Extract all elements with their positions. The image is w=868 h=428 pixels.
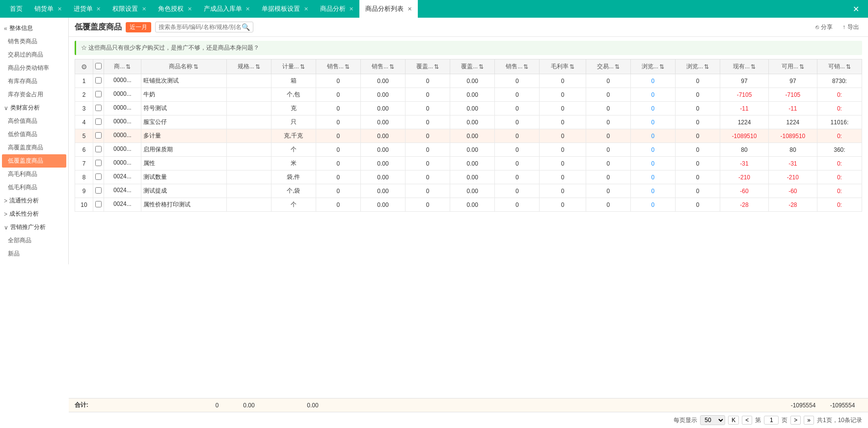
sidebar-item-low-profit[interactable]: 低毛利商品 (0, 181, 68, 194)
nav-template[interactable]: 单据模板设置 ✕ (256, 0, 314, 18)
nav-home[interactable]: 首页 (4, 0, 28, 18)
table-wrapper[interactable]: ⚙ 商... ⇅ 商品名称 ⇅ 规格... ⇅ 计量... ⇅ 销售... ⇅ … (69, 59, 868, 398)
row-checkbox[interactable] (93, 102, 104, 115)
sidebar-group-wealth[interactable]: ∨ 类财富分析 (0, 101, 68, 114)
col-sales1[interactable]: 销售... ⇅ (316, 59, 360, 74)
col-sales3[interactable]: 销售... ⇅ (495, 59, 540, 74)
sidebar-item-high-coverage[interactable]: 高覆盖度商品 (0, 141, 68, 154)
row-checkbox[interactable] (93, 115, 104, 129)
row-checkbox[interactable] (93, 88, 104, 102)
row-num: 1 (75, 74, 93, 88)
nav-sales[interactable]: 销货单 ✕ (28, 0, 68, 18)
row-checkbox[interactable] (93, 157, 104, 171)
col-coverage1[interactable]: 覆盖... ⇅ (406, 59, 450, 74)
row-ll1[interactable]: 0 (630, 198, 675, 212)
row-checkbox[interactable] (93, 129, 104, 143)
nav-product-in[interactable]: 产成品入库单 ✕ (198, 0, 256, 18)
nav-role-close[interactable]: ✕ (188, 6, 192, 12)
nav-goods-analysis-close[interactable]: ✕ (349, 6, 353, 12)
row-ll1[interactable]: 0 (630, 129, 675, 143)
nav-permission-close[interactable]: ✕ (142, 6, 146, 12)
nav-product-in-close[interactable]: ✕ (245, 6, 250, 12)
next-page-btn[interactable]: > (790, 416, 801, 425)
col-settings[interactable]: ⚙ (75, 59, 93, 74)
search-input[interactable] (159, 24, 242, 30)
row-checkbox[interactable] (93, 74, 104, 88)
nav-goods-list-close[interactable]: ✕ (407, 6, 412, 12)
row-ll1[interactable]: 0 (630, 115, 675, 129)
nav-role[interactable]: 角色授权 ✕ (152, 0, 198, 18)
window-close-btn[interactable]: ✕ (848, 4, 864, 14)
row-checkbox[interactable] (93, 198, 104, 212)
col-name[interactable]: 商品名称 ⇅ (141, 59, 226, 74)
nav-template-close[interactable]: ✕ (304, 6, 308, 12)
row-xq3: 0: (817, 157, 862, 171)
page-number-input[interactable] (764, 416, 779, 425)
sidebar-item-high-value[interactable]: 高价值商品 (0, 114, 68, 128)
row-ll1[interactable]: 0 (630, 88, 675, 102)
share-button[interactable]: ⎋ 分享 (813, 22, 836, 32)
sidebar-item-low-coverage[interactable]: 低覆盖度商品 (2, 154, 66, 168)
row-s3: 0 (495, 88, 540, 102)
col-checkbox[interactable] (93, 59, 104, 74)
page-title: 低覆盖度商品 (75, 22, 122, 32)
col-unit[interactable]: 计量... ⇅ (271, 59, 316, 74)
select-all-checkbox[interactable] (95, 63, 102, 69)
sidebar-section-overall[interactable]: « 整体信息 (0, 22, 68, 35)
page-size-select[interactable]: 50 100 200 (700, 415, 725, 425)
prev-page-btn[interactable]: < (742, 416, 752, 425)
row-xq2: 80 (768, 143, 817, 157)
row-ll1[interactable]: 0 (630, 102, 675, 115)
col-browse1[interactable]: 浏览... ⇅ (630, 59, 675, 74)
col-margin[interactable]: 毛利率 ⇅ (540, 59, 586, 74)
nav-permission[interactable]: 权限设置 ✕ (107, 0, 152, 18)
sidebar-item-stocked-goods[interactable]: 有库存商品 (0, 75, 68, 88)
row-ll1[interactable]: 0 (630, 74, 675, 88)
row-ll1[interactable]: 0 (630, 171, 675, 184)
row-jy: 0 (586, 129, 630, 143)
col-code[interactable]: 商... ⇅ (104, 59, 141, 74)
period-button[interactable]: 近一月 (126, 22, 151, 32)
col-trade[interactable]: 交易... ⇅ (586, 59, 630, 74)
nav-purchase[interactable]: 进货单 ✕ (68, 0, 107, 18)
sidebar-group-circulation[interactable]: > 流通性分析 (0, 194, 68, 207)
sidebar-item-all-goods[interactable]: 全部商品 (0, 234, 68, 247)
row-checkbox[interactable] (93, 171, 104, 184)
row-checkbox[interactable] (93, 143, 104, 157)
sidebar-item-sales-goods[interactable]: 销售类商品 (0, 35, 68, 48)
row-num: 9 (75, 184, 93, 198)
row-spec (226, 198, 271, 212)
row-s2: 0.00 (360, 157, 405, 171)
nav-goods-analysis[interactable]: 商品分析 ✕ (314, 0, 360, 18)
row-ll1[interactable]: 0 (630, 184, 675, 198)
row-ll1[interactable]: 0 (630, 157, 675, 171)
sidebar-group-marketing[interactable]: ∨ 营销推广分析 (0, 221, 68, 234)
nav-goods-list[interactable]: 商品分析列表 ✕ (359, 0, 418, 18)
col-spec[interactable]: 规格... ⇅ (226, 59, 271, 74)
first-page-btn[interactable]: K (728, 416, 739, 425)
sidebar-item-new-goods[interactable]: 新品 (0, 247, 68, 260)
nav-purchase-close[interactable]: ✕ (96, 6, 101, 12)
col-current[interactable]: 现有... ⇅ (720, 59, 769, 74)
sidebar-item-category-rate[interactable]: 商品分类动销率 (0, 61, 68, 75)
summary-label: 合计: (75, 401, 104, 409)
sidebar-group-growth[interactable]: > 成长性分析 (0, 207, 68, 221)
row-xq2: 1224 (768, 115, 817, 129)
row-ll1[interactable]: 0 (630, 143, 675, 157)
col-sales2[interactable]: 销售... ⇅ (360, 59, 405, 74)
col-coverage2[interactable]: 覆盖... ⇅ (450, 59, 495, 74)
col-browse2[interactable]: 浏览... ⇅ (675, 59, 720, 74)
col-sellable[interactable]: 可销... ⇅ (817, 59, 862, 74)
sidebar-item-stock-capital[interactable]: 库存资金占用 (0, 88, 68, 101)
nav-sales-close[interactable]: ✕ (57, 6, 62, 12)
col-available[interactable]: 可用... ⇅ (768, 59, 817, 74)
search-icon[interactable]: 🔍 (242, 23, 250, 31)
info-banner: ☆ 这些商品只有很少客户购买过，是推广不够，还是商品本身问题？ (75, 41, 862, 55)
export-button[interactable]: ↑ 导出 (840, 22, 862, 32)
row-checkbox[interactable] (93, 184, 104, 198)
sidebar-item-traded-goods[interactable]: 交易过的商品 (0, 48, 68, 61)
sidebar-item-high-profit[interactable]: 高毛利商品 (0, 168, 68, 181)
sidebar-item-low-value[interactable]: 低价值商品 (0, 128, 68, 141)
row-name: 属性价格打印测试 (141, 198, 226, 212)
last-page-btn[interactable]: » (804, 416, 814, 425)
